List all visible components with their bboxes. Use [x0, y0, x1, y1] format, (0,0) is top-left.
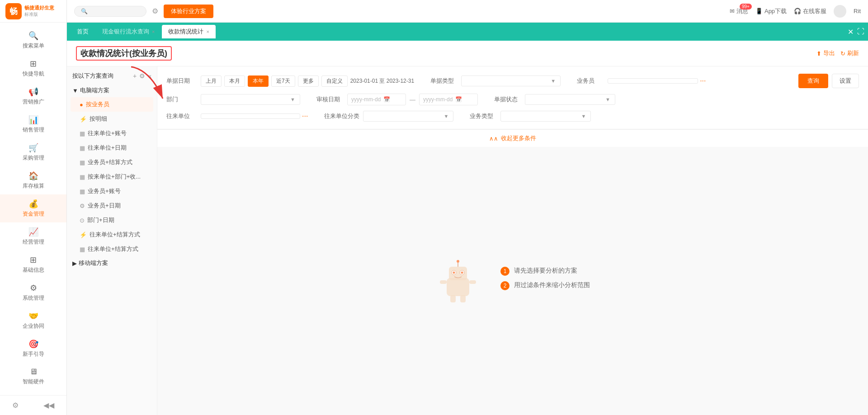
- app-download-btn[interactable]: 📱 App下载: [755, 7, 787, 15]
- date-btn-7days[interactable]: 近7天: [271, 75, 295, 87]
- scheme-item-salesperson-account[interactable]: ▦ 业务员+账号: [71, 184, 153, 198]
- partner-select[interactable]: [201, 113, 300, 119]
- sidebar-item-wechat[interactable]: 💬 企业微信: [0, 390, 66, 395]
- tab-receipt-close[interactable]: ×: [206, 29, 209, 34]
- topbar-search[interactable]: 🔍: [74, 6, 146, 17]
- mobile-group-title[interactable]: ▶ 移动端方案: [71, 256, 153, 270]
- doc-status-arrow: ▼: [605, 97, 610, 102]
- scheme-settings-icon[interactable]: ⚙: [139, 72, 145, 80]
- sidebar-item-basic[interactable]: ⊞ 基础信息: [0, 250, 66, 278]
- app-download-label: App下载: [764, 7, 787, 15]
- scheme-item-by-salesperson[interactable]: ● 按业务员: [71, 97, 153, 112]
- collapse-label: 收起更多条件: [501, 134, 536, 142]
- salesperson-more-icon[interactable]: ···: [700, 77, 706, 85]
- scheme-item-partner-account[interactable]: ▦ 往来单位+账号: [71, 126, 153, 141]
- scheme-item-partner-settlement2[interactable]: ▦ 往来单位+结算方式: [71, 242, 153, 256]
- sidebar-item-search[interactable]: 🔍 搜索菜单: [0, 26, 66, 54]
- scheme-item-salesperson-date[interactable]: ⚙ 业务员+日期: [71, 198, 153, 213]
- date-btn-custom[interactable]: 自定义: [321, 75, 348, 87]
- refresh-button[interactable]: ↻ 刷新: [840, 49, 859, 57]
- collapse-panel-icon[interactable]: «: [148, 72, 151, 80]
- topbar-search-icon: 🔍: [81, 8, 88, 14]
- sidebar-item-hardware[interactable]: 🖥 智能硬件: [0, 363, 66, 390]
- sidebar-item-operations[interactable]: 📈 经营管理: [0, 222, 66, 250]
- sidebar-item-guide[interactable]: 🎯 新手引导: [0, 335, 66, 363]
- sidebar-item-sales[interactable]: 📊 销售管理: [0, 110, 66, 138]
- audit-date-to[interactable]: yyyy-mm-dd 📅: [419, 94, 478, 105]
- filter-row-3: 往来单位 ··· 往来单位分类 ▼: [166, 111, 859, 122]
- home-icon: ⊞: [30, 59, 37, 69]
- doc-status-select[interactable]: ▼: [525, 94, 615, 105]
- date-btn-this-month[interactable]: 本月: [224, 75, 245, 87]
- logo-area: 畅 畅捷通好生意 标准版: [0, 0, 66, 23]
- sidebar-item-purchase-label: 采购管理: [23, 154, 44, 162]
- refresh-label: 刷新: [847, 49, 859, 57]
- scheme-item-dept-date[interactable]: ⊙ 部门+日期: [71, 213, 153, 227]
- sidebar-item-sales-label: 销售管理: [23, 126, 44, 134]
- hint-num-1: 1: [500, 267, 509, 276]
- dept-select[interactable]: ▼: [201, 94, 300, 105]
- empty-hint-1: 1 请先选择要分析的方案: [500, 267, 590, 276]
- topbar-gear-icon[interactable]: ⚙: [152, 7, 158, 15]
- topbar-left: 🔍 ⚙ 体验行业方案: [74, 5, 213, 18]
- collapse-bar[interactable]: ∧∧ 收起更多条件: [157, 129, 868, 147]
- salesperson-select[interactable]: [608, 78, 698, 84]
- user-name: Rit: [854, 8, 861, 14]
- scheme-item-partner-settlement1[interactable]: ⚡ 往来单位+结算方式: [71, 227, 153, 242]
- purchase-icon: 🛒: [28, 143, 38, 153]
- message-button[interactable]: ✉ 消息 99+: [730, 7, 748, 15]
- partner-type-arrow: ▼: [443, 113, 448, 119]
- desktop-group-title[interactable]: ▼ 电脑端方案: [71, 84, 153, 97]
- scheme-item-salesperson-settlement[interactable]: ▦ 业务员+结算方式: [71, 155, 153, 170]
- settings-bottom-icon[interactable]: ⚙: [12, 401, 19, 410]
- add-scheme-icon[interactable]: +: [133, 72, 137, 80]
- partner-type-select[interactable]: ▼: [363, 111, 453, 122]
- partner-dept-label: 按来单位+部门+收...: [88, 173, 141, 181]
- scheme-item-partner-date[interactable]: ▦ 往来单位+日期: [71, 141, 153, 155]
- collapse-sidebar-icon[interactable]: ◀◀: [43, 401, 54, 410]
- sidebar-item-marketing[interactable]: 📢 营销推广: [0, 82, 66, 110]
- sidebar-item-inventory[interactable]: 🏠 库存核算: [0, 166, 66, 194]
- sidebar-item-quicknav-label: 快捷导航: [23, 70, 44, 78]
- date-btn-this-year[interactable]: 本年: [248, 75, 269, 87]
- sidebar-item-finance[interactable]: 💰 资金管理: [0, 194, 66, 222]
- trial-button[interactable]: 体验行业方案: [164, 5, 213, 18]
- svg-point-5: [461, 272, 463, 274]
- tab-receipt[interactable]: 收款情况统计 ×: [162, 25, 215, 38]
- empty-hints: 1 请先选择要分析的方案 2 用过滤条件来缩小分析范围: [500, 267, 590, 296]
- export-button[interactable]: ⬆ 导出: [816, 49, 835, 57]
- date-btn-more[interactable]: 更多: [298, 75, 319, 87]
- scheme-item-partner-dept[interactable]: ▦ 按来单位+部门+收...: [71, 170, 153, 184]
- date-btn-last-month[interactable]: 上月: [201, 75, 222, 87]
- partner-label: 往来单位: [166, 112, 193, 120]
- svg-rect-10: [450, 295, 456, 302]
- query-button[interactable]: 查询: [798, 74, 828, 88]
- tab-bank[interactable]: 现金银行流水查询 ×: [96, 25, 161, 38]
- tab-home-label: 首页: [77, 28, 89, 36]
- audit-date-from[interactable]: yyyy-mm-dd 📅: [347, 94, 406, 105]
- biz-type-select[interactable]: ▼: [500, 111, 591, 122]
- tab-close-all-icon[interactable]: ✕: [848, 28, 854, 36]
- empty-illustration: [435, 255, 481, 307]
- doc-type-label: 单据类型: [430, 77, 458, 85]
- tab-home[interactable]: 首页: [71, 25, 95, 38]
- partner-date-icon: ▦: [80, 145, 85, 151]
- salesperson-settlement-label: 业务员+结算方式: [88, 158, 132, 166]
- partner-more-icon[interactable]: ···: [302, 112, 308, 120]
- sidebar: 畅 畅捷通好生意 标准版 🔍 搜索菜单 ⊞ 快捷导航 📢 营销推广 📊 销售管理…: [0, 0, 67, 415]
- svg-rect-9: [469, 280, 476, 284]
- doc-type-select[interactable]: ▼: [461, 75, 561, 86]
- tab-bank-close[interactable]: ×: [152, 29, 155, 34]
- sidebar-item-system[interactable]: ⚙ 系统管理: [0, 278, 66, 307]
- tab-expand-icon[interactable]: ⛶: [857, 28, 864, 36]
- sidebar-item-enterprise[interactable]: 🤝 企业协同: [0, 307, 66, 335]
- user-avatar[interactable]: [834, 5, 846, 18]
- date-options-group: 上月 本月 本年 近7天 更多 自定义 2023-01-01 至 2023-12…: [201, 75, 414, 87]
- salesperson-settlement-icon: ▦: [80, 159, 85, 166]
- hint-text-1: 请先选择要分析的方案: [514, 267, 577, 275]
- sidebar-item-quicknav[interactable]: ⊞ 快捷导航: [0, 54, 66, 82]
- sidebar-item-purchase[interactable]: 🛒 采购管理: [0, 138, 66, 166]
- scheme-item-by-detail[interactable]: ⚡ 按明细: [71, 112, 153, 126]
- settings-button[interactable]: 设置: [832, 74, 859, 88]
- online-service-btn[interactable]: 🎧 在线客服: [794, 7, 826, 15]
